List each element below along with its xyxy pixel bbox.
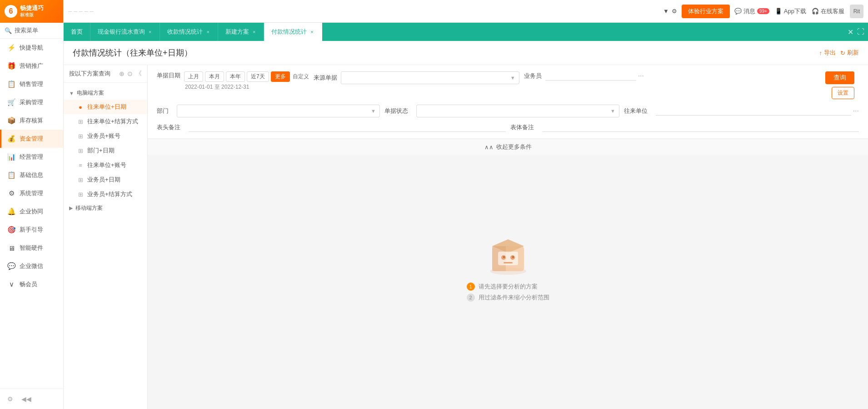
tab-close-all-btn[interactable]: ✕: [848, 28, 853, 36]
sidebar-item-guide[interactable]: 🎯 新手引导: [0, 221, 63, 239]
tab-expand-btn[interactable]: ⛶: [857, 28, 864, 36]
scheme-item-dept-date[interactable]: ⊞ 部门+日期: [64, 143, 147, 158]
svg-point-8: [512, 256, 514, 258]
sidebar-item-basic[interactable]: 📋 基础信息: [0, 166, 63, 184]
tab-new-scheme[interactable]: 新建方案 ×: [218, 23, 264, 41]
topbar-dropdown[interactable]: ▼: [663, 8, 669, 15]
tab-receipt-stats-close[interactable]: ×: [205, 29, 210, 35]
sidebar-item-system[interactable]: ⚙ 系统管理: [0, 184, 63, 202]
date-btn-last-month[interactable]: 上月: [184, 71, 203, 82]
scheme-item-staff-account[interactable]: ⊞ 业务员+账号: [64, 129, 147, 143]
query-btn[interactable]: 查询: [825, 71, 854, 84]
inventory-icon: 📦: [7, 116, 16, 125]
message-btn[interactable]: 💬 消息 99+: [734, 7, 769, 15]
wechat-icon: 💬: [7, 262, 16, 271]
dept-select[interactable]: ▼: [177, 105, 380, 117]
collapse-bar[interactable]: ∧∧ 收起更多条件: [148, 139, 868, 155]
tabbar-right: ✕ ⛶: [844, 23, 868, 41]
tabbar-spacer: [322, 23, 844, 41]
search-icon: 🔍: [5, 27, 12, 34]
sidebar-item-wechat[interactable]: 💬 企业微信: [0, 257, 63, 275]
sidebar-search[interactable]: 🔍 搜索菜单: [0, 23, 63, 39]
body-note-input[interactable]: [542, 123, 859, 132]
sidebar-item-hardware[interactable]: 🖥 智能硬件: [0, 239, 63, 257]
tab-payment-stats-label: 付款情况统计: [271, 28, 307, 36]
header-note-input[interactable]: [189, 123, 506, 132]
scheme-item-label: 往来单位+账号: [87, 161, 126, 169]
sidebar: 6 畅捷通巧 标准版 🔍 搜索菜单 ⚡ 快捷导航 🎁 营销推广 📋 销售管理 🛒…: [0, 0, 64, 409]
staff-dots-btn[interactable]: ···: [638, 72, 644, 80]
dept-arrow-icon: ▼: [371, 108, 376, 114]
scheme-item-unit-date[interactable]: ● 往来单位+日期: [64, 100, 147, 114]
export-icon: ↑: [819, 50, 823, 56]
sidebar-item-finance[interactable]: 💰 资金管理: [0, 130, 63, 148]
tab-bank-flow[interactable]: 现金银行流水查询 ×: [90, 23, 160, 41]
system-icon: ⚙: [7, 189, 16, 198]
doc-status-select[interactable]: ▼: [416, 105, 619, 117]
source-select[interactable]: ▼: [341, 71, 519, 84]
sidebar-item-inventory[interactable]: 📦 库存核算: [0, 111, 63, 130]
settings-bottom-btn[interactable]: ⚙: [4, 393, 16, 405]
tab-new-scheme-close[interactable]: ×: [252, 29, 256, 35]
sidebar-bottom: ⚙ ◀◀: [0, 389, 63, 409]
unit-label: 往来单位: [624, 107, 648, 115]
sidebar-item-sales[interactable]: 📋 销售管理: [0, 75, 63, 93]
sidebar-item-member[interactable]: ∨ 畅会员: [0, 275, 63, 293]
app-download-btn[interactable]: 📱 App下载: [775, 7, 806, 15]
setting-btn[interactable]: 设置: [832, 87, 854, 99]
sidebar-item-marketing[interactable]: 🎁 营销推广: [0, 57, 63, 75]
date-label: 单据日期: [157, 71, 180, 80]
date-btn-7days[interactable]: 近7天: [247, 71, 269, 82]
hint-num-2: 2: [467, 293, 475, 302]
scheme-item-label: 往来单位+日期: [87, 103, 126, 111]
filter-results: 单据日期 上月 本月 本年 近7天 更多 自定义 2022-: [148, 65, 868, 409]
sidebar-item-operation[interactable]: 📊 经营管理: [0, 148, 63, 166]
unit-input[interactable]: [656, 106, 851, 116]
scheme-item-unit-account[interactable]: ≡ 往来单位+账号: [64, 158, 147, 172]
date-btn-this-year[interactable]: 本年: [226, 71, 245, 82]
tab-receipt-stats[interactable]: 收款情况统计 ×: [160, 23, 218, 41]
staff-input[interactable]: [545, 71, 636, 81]
purchase-icon: 🛒: [7, 98, 16, 107]
sidebar-item-label: 基础信息: [20, 171, 43, 179]
scheme-item-unit-settlement[interactable]: ⊞ 往来单位+结算方式: [64, 114, 147, 129]
sidebar-item-label: 新手引导: [20, 226, 43, 234]
svg-point-7: [503, 256, 505, 258]
tab-home[interactable]: 首页: [64, 23, 90, 41]
topbar-gear[interactable]: ⚙: [672, 8, 677, 15]
sidebar-item-label: 经营管理: [20, 153, 43, 161]
manage-scheme-btn[interactable]: ⊙: [127, 70, 133, 77]
sidebar-item-purchase[interactable]: 🛒 采购管理: [0, 93, 63, 111]
enterprise-icon: 🔔: [7, 207, 16, 216]
collapse-scheme-btn[interactable]: 《: [135, 70, 142, 78]
sidebar-item-quick-nav[interactable]: ⚡ 快捷导航: [0, 39, 63, 57]
export-btn[interactable]: ↑ 导出: [819, 49, 836, 57]
scheme-panel: 按以下方案查询 ⊕ ⊙ 《 ▼ 电脑端方案 ● 往来单位+日期 ⊞: [64, 65, 148, 409]
tab-payment-stats[interactable]: 付款情况统计 ×: [264, 23, 322, 41]
tab-bank-flow-close[interactable]: ×: [148, 29, 152, 35]
scheme-item-staff-date[interactable]: ⊞ 业务员+日期: [64, 172, 147, 187]
empty-hint-1: 1 请先选择要分析的方案: [467, 283, 549, 291]
date-btn-more[interactable]: 更多: [271, 71, 290, 82]
scheme-group-mobile[interactable]: ▶ 移动端方案: [64, 202, 147, 215]
collapse-sidebar-btn[interactable]: ◀◀: [20, 393, 33, 405]
date-btn-this-month[interactable]: 本月: [205, 71, 224, 82]
sidebar-search-label: 搜索菜单: [15, 26, 38, 35]
scheme-group-desktop[interactable]: ▼ 电脑端方案: [64, 86, 147, 100]
trial-btn[interactable]: 体验行业方案: [682, 5, 730, 18]
scheme-item-staff-settlement[interactable]: ⊞ 业务员+结算方式: [64, 187, 147, 202]
dept-label: 部门: [157, 107, 169, 115]
scheme-panel-actions: ⊕ ⊙ 《: [119, 70, 142, 78]
empty-hint-2: 2 用过滤条件来缩小分析范围: [467, 293, 549, 302]
tab-bank-flow-label: 现金银行流水查询: [98, 28, 145, 36]
unit-dots-btn[interactable]: ···: [853, 107, 859, 115]
sidebar-item-enterprise[interactable]: 🔔 企业协同: [0, 202, 63, 221]
add-scheme-btn[interactable]: ⊕: [119, 70, 125, 77]
refresh-btn[interactable]: ↻ 刷新: [840, 49, 859, 57]
user-avatar[interactable]: Rit: [850, 5, 863, 18]
mobile-group-label: 移动端方案: [75, 204, 103, 212]
sidebar-nav: ⚡ 快捷导航 🎁 营销推广 📋 销售管理 🛒 采购管理 📦 库存核算 💰 资金管…: [0, 39, 63, 389]
tabbar: 首页 现金银行流水查询 × 收款情况统计 × 新建方案 × 付款情况统计 × ✕…: [64, 23, 868, 41]
online-service-btn[interactable]: 🎧 在线客服: [812, 7, 844, 15]
tab-payment-stats-close[interactable]: ×: [309, 29, 314, 35]
